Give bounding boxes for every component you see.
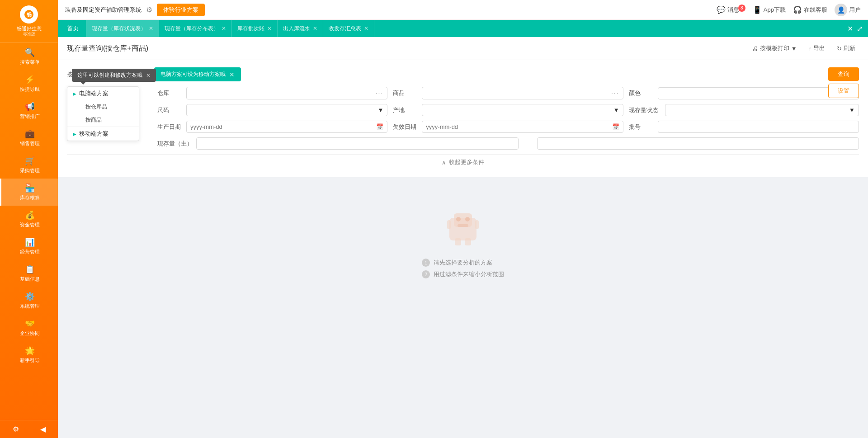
desktop-subitems: 按仓库品 按商品 (67, 100, 139, 127)
tab-close-in-out-flow[interactable]: ✕ (313, 26, 317, 31)
guide-icon: 🌟 (25, 346, 35, 356)
sidebar-item-inventory[interactable]: 🏪 库存核算 (0, 179, 58, 206)
field-produce-date-group: 生产日期 📅 (157, 121, 387, 133)
refresh-btn[interactable]: ↻ 刷新 (833, 42, 859, 54)
sidebar: 畅 畅通好生意 标准版 🔍 搜索菜单 ⚡ 快捷导航 📢 营销推广 💼 销售管理 … (0, 0, 58, 438)
field-stock-main-label: 现存量（主） (157, 140, 193, 148)
scheme-item-goods[interactable]: 按商品 (80, 113, 139, 127)
field-stock-status-group: 现存量状态 ▼ (629, 104, 859, 116)
field-warehouse-label: 仓库 (157, 89, 183, 97)
scheme-tree-mobile[interactable]: ▶ 移动端方案 (67, 127, 139, 141)
batch-no-input[interactable] (658, 121, 859, 133)
field-goods-group: 商品 ··· (393, 87, 623, 99)
warehouse-icon: 🏪 (25, 183, 35, 193)
filter-section: 查询 设置 按以下方案查询 + ↻ ← 电脑方案可设为移动方案哦 ✕ (58, 60, 868, 177)
scheme-tree-desktop[interactable]: ▶ 电脑端方案 (67, 87, 139, 100)
system-settings-btn[interactable]: ⚙ (146, 5, 152, 14)
warehouse-dots[interactable]: ··· (376, 89, 384, 97)
sidebar-item-management[interactable]: 📊 经营管理 (0, 233, 58, 260)
sidebar-item-sales[interactable]: 💼 销售管理 (0, 124, 58, 151)
sidebar-item-enterprise[interactable]: 🤝 企业协同 (0, 314, 58, 341)
phone-icon: 📱 (753, 5, 762, 14)
tab-in-out-flow[interactable]: 出入库流水 ✕ (278, 20, 323, 37)
app-download-action[interactable]: 📱 App下载 (753, 5, 786, 14)
stock-status-select[interactable]: ▼ (665, 104, 859, 116)
create-tooltip-arrow (81, 82, 85, 85)
tab-home[interactable]: 首页 (60, 20, 86, 37)
tab-inventory-status[interactable]: 现存量（库存状况表） ✕ (86, 20, 159, 37)
online-support-action[interactable]: 🎧 在线客服 (793, 5, 827, 14)
sidebar-item-purchase[interactable]: 🛒 采购管理 (0, 151, 58, 179)
sidebar-item-guide[interactable]: 🌟 新手引导 (0, 341, 58, 368)
expire-date-field[interactable] (426, 123, 610, 130)
svg-point-4 (456, 217, 461, 221)
produce-date-input[interactable]: 📅 (186, 121, 387, 133)
goods-dots[interactable]: ··· (611, 89, 619, 97)
origin-select[interactable]: ▼ (422, 104, 623, 116)
enterprise-icon: 🤝 (25, 319, 35, 329)
warehouse-select[interactable]: ··· (186, 87, 387, 99)
header-left: 装备及固定资产辅助管理系统 ⚙ 体验行业方案 (65, 4, 205, 16)
tab-close-collect-summary[interactable]: ✕ (364, 26, 368, 31)
base-icon: 📋 (25, 264, 35, 274)
filter-row-3: 生产日期 📅 失效日期 📅 批号 (157, 121, 859, 133)
tab-close-inventory-status[interactable]: ✕ (149, 26, 153, 31)
tab-bar-close-icon[interactable]: ✕ (847, 24, 853, 33)
empty-tip-1: 1 请先选择要分析的方案 (422, 259, 504, 267)
export-btn[interactable]: ↑ 导出 (805, 42, 829, 54)
field-batch-no-group: 批号 (629, 121, 859, 133)
sidebar-item-finance[interactable]: 💰 资金管理 (0, 206, 58, 233)
scheme-item-warehouse-goods[interactable]: 按仓库品 (80, 100, 139, 113)
svg-rect-9 (455, 238, 461, 245)
user-avatar: 👤 (835, 4, 847, 16)
expire-date-input[interactable]: 📅 (422, 121, 623, 133)
print-btn[interactable]: 🖨 按模板打印 ▼ (749, 42, 801, 54)
goods-select[interactable]: ··· (422, 87, 623, 99)
sidebar-item-system[interactable]: ⚙️ 系统管理 (0, 287, 58, 314)
tab-inventory-dist[interactable]: 现存量（库存分布表） ✕ (159, 20, 232, 37)
sidebar-settings-btn[interactable]: ⚙ (13, 425, 19, 433)
set-button[interactable]: 设置 (828, 84, 859, 98)
collapse-btn[interactable]: ∧ 收起更多条件 (67, 154, 859, 170)
svg-point-5 (465, 217, 470, 221)
sidebar-collapse-btn[interactable]: ◀ (40, 425, 46, 433)
desktop-expand-icon: ▶ (73, 91, 76, 96)
tab-close-batch-ledger[interactable]: ✕ (267, 26, 272, 31)
expire-date-calendar-icon[interactable]: 📅 (612, 123, 619, 130)
desktop-tooltip-close[interactable]: ✕ (229, 71, 235, 78)
empty-tip-2: 2 用过滤条件来缩小分析范围 (422, 270, 504, 278)
tab-close-inventory-dist[interactable]: ✕ (222, 26, 226, 31)
stock-main-to[interactable] (537, 137, 859, 150)
sidebar-item-base[interactable]: 📋 基础信息 (0, 260, 58, 287)
stock-main-from[interactable] (196, 137, 519, 150)
print-icon: 🖨 (752, 45, 758, 52)
message-action[interactable]: 💬 消息 8 (717, 5, 745, 14)
produce-date-calendar-icon[interactable]: 📅 (376, 123, 383, 130)
field-warehouse-group: 仓库 ··· (157, 87, 387, 99)
size-arrow: ▼ (377, 107, 383, 113)
tab-collect-summary[interactable]: 收发存汇总表 ✕ (323, 20, 374, 37)
logo-text: 畅通好生意 标准版 (17, 25, 42, 37)
create-tooltip-close[interactable]: ✕ (146, 72, 151, 79)
message-badge: 8 (738, 5, 745, 12)
tab-batch-ledger[interactable]: 库存批次账 ✕ (232, 20, 278, 37)
sidebar-item-marketing[interactable]: 📢 营销推广 (0, 97, 58, 124)
export-icon: ↑ (809, 45, 812, 52)
field-origin-label: 产地 (393, 106, 418, 114)
field-expire-date-label: 失效日期 (393, 123, 418, 131)
produce-date-field[interactable] (190, 123, 374, 130)
tab-bar-expand-icon[interactable]: ⤢ (857, 24, 863, 33)
field-stock-status-label: 现存量状态 (629, 106, 661, 114)
page-title: 现存量查询(按仓库+商品) (67, 44, 148, 53)
page-content: 现存量查询(按仓库+商品) 🖨 按模板打印 ▼ ↑ 导出 ↻ 刷新 (58, 37, 868, 438)
size-select[interactable]: ▼ (186, 104, 387, 116)
sidebar-item-search[interactable]: 🔍 搜索菜单 (0, 43, 58, 70)
experience-btn[interactable]: 体验行业方案 (157, 4, 205, 16)
create-scheme-tooltip: 这里可以创建和修改方案哦 ✕ (72, 69, 156, 82)
field-size-group: 尺码 ▼ (157, 104, 387, 116)
field-color-group: 颜色 ▼ (629, 87, 859, 99)
sidebar-item-quicknav[interactable]: ⚡ 快捷导航 (0, 70, 58, 97)
user-action[interactable]: 👤 用户 (835, 4, 861, 16)
filter-row-2: 尺码 ▼ 产地 ▼ 现存量状态 (157, 104, 859, 116)
empty-illustration (440, 204, 486, 250)
